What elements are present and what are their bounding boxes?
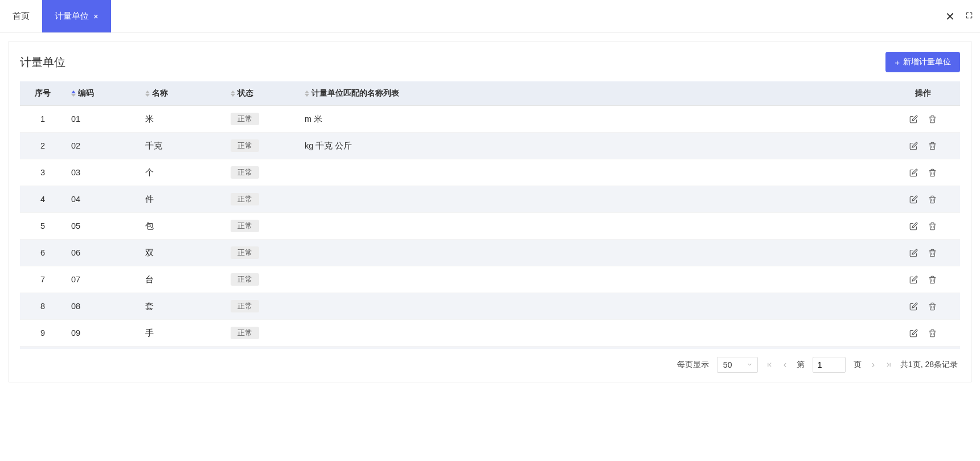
cell-status: 正常 xyxy=(225,159,299,186)
status-badge: 正常 xyxy=(231,166,259,179)
pagination: 每页显示 50 第 页 共1页, 28条记录 xyxy=(20,349,960,376)
status-badge: 正常 xyxy=(231,246,259,259)
cell-match xyxy=(299,159,886,186)
cell-match xyxy=(299,266,886,293)
delete-icon[interactable] xyxy=(928,302,937,311)
delete-icon[interactable] xyxy=(928,249,937,257)
cell-ops xyxy=(886,266,960,293)
cell-index: 3 xyxy=(20,159,65,186)
th-status[interactable]: 状态 xyxy=(225,81,299,106)
th-match-label: 计量单位匹配的名称列表 xyxy=(311,88,399,97)
edit-icon[interactable] xyxy=(909,302,918,311)
cell-code: 07 xyxy=(65,266,140,293)
th-code-label: 编码 xyxy=(78,88,94,97)
cell-ops xyxy=(886,186,960,213)
cell-status: 正常 xyxy=(225,106,299,133)
delete-icon[interactable] xyxy=(928,142,937,150)
table-row: 909手正常 xyxy=(20,320,960,347)
content-wrap: 计量单位 + 新增计量单位 序号 编码 名称 状态 xyxy=(0,33,980,390)
close-icon[interactable]: × xyxy=(93,11,99,21)
th-code[interactable]: 编码 xyxy=(65,81,140,106)
cell-ops xyxy=(886,347,960,349)
cell-ops xyxy=(886,320,960,347)
edit-icon[interactable] xyxy=(909,249,918,257)
cell-ops xyxy=(886,106,960,133)
cell-ops xyxy=(886,240,960,266)
cell-name: 台 xyxy=(140,266,225,293)
cell-name: 条 xyxy=(140,347,225,349)
next-page-button[interactable] xyxy=(870,361,877,369)
status-badge: 正常 xyxy=(231,113,259,125)
page-suffix: 页 xyxy=(854,360,862,370)
cell-index: 4 xyxy=(20,186,65,213)
close-all-icon[interactable]: ✕ xyxy=(945,10,955,23)
table-row: 202千克正常kg 千克 公斤 xyxy=(20,133,960,159)
cell-name: 包 xyxy=(140,213,225,240)
edit-icon[interactable] xyxy=(909,222,918,230)
cell-name: 双 xyxy=(140,240,225,266)
delete-icon[interactable] xyxy=(928,115,937,124)
cell-status: 正常 xyxy=(225,186,299,213)
chevron-down-icon xyxy=(747,360,753,369)
sort-icon xyxy=(305,90,309,97)
table-scroll[interactable]: 序号 编码 名称 状态 计量单位匹配的名称列表 操作 101米正常m 米202千… xyxy=(20,81,960,349)
cell-code: 06 xyxy=(65,240,140,266)
tab-home[interactable]: 首页 xyxy=(0,0,42,32)
delete-icon[interactable] xyxy=(928,222,937,230)
status-badge: 正常 xyxy=(231,220,259,232)
cell-name: 米 xyxy=(140,106,225,133)
cell-index: 7 xyxy=(20,266,65,293)
status-badge: 正常 xyxy=(231,273,259,286)
edit-icon[interactable] xyxy=(909,142,918,150)
th-name[interactable]: 名称 xyxy=(140,81,225,106)
edit-icon[interactable] xyxy=(909,195,918,204)
cell-match: m 米 xyxy=(299,106,886,133)
tabs-bar: 首页 计量单位 × ✕ xyxy=(0,0,980,33)
edit-icon[interactable] xyxy=(909,168,918,177)
th-ops-label: 操作 xyxy=(915,88,931,97)
delete-icon[interactable] xyxy=(928,329,937,337)
edit-icon[interactable] xyxy=(909,275,918,284)
cell-code: 04 xyxy=(65,186,140,213)
last-page-button[interactable] xyxy=(885,361,892,369)
cell-code: 03 xyxy=(65,159,140,186)
cell-name: 个 xyxy=(140,159,225,186)
status-badge: 正常 xyxy=(231,139,259,152)
status-badge: 正常 xyxy=(231,193,259,205)
delete-icon[interactable] xyxy=(928,195,937,204)
th-index-label: 序号 xyxy=(35,88,51,97)
sort-icon xyxy=(231,90,235,97)
panel-header: 计量单位 + 新增计量单位 xyxy=(20,52,960,72)
cell-code: 01 xyxy=(65,106,140,133)
edit-icon[interactable] xyxy=(909,329,918,337)
table-row: 303个正常 xyxy=(20,159,960,186)
cell-ops xyxy=(886,133,960,159)
tab-active[interactable]: 计量单位 × xyxy=(42,0,111,32)
table-container: 序号 编码 名称 状态 计量单位匹配的名称列表 操作 101米正常m 米202千… xyxy=(20,81,960,349)
status-badge: 正常 xyxy=(231,300,259,312)
page-input[interactable] xyxy=(813,357,846,373)
table-row: 707台正常 xyxy=(20,266,960,293)
add-unit-button[interactable]: + 新增计量单位 xyxy=(885,52,960,72)
cell-match xyxy=(299,347,886,349)
delete-icon[interactable] xyxy=(928,168,937,177)
cell-index: 8 xyxy=(20,293,65,320)
fullscreen-icon[interactable] xyxy=(965,11,973,21)
per-page-select[interactable]: 50 xyxy=(717,357,758,373)
per-page-label: 每页显示 xyxy=(677,360,709,370)
th-match[interactable]: 计量单位匹配的名称列表 xyxy=(299,81,886,106)
per-page-value: 50 xyxy=(723,360,732,369)
table-row: 808套正常 xyxy=(20,293,960,320)
cell-ops xyxy=(886,159,960,186)
pagination-summary: 共1页, 28条记录 xyxy=(900,360,958,370)
add-unit-label: 新增计量单位 xyxy=(903,57,951,67)
edit-icon[interactable] xyxy=(909,115,918,124)
cell-index: 1 xyxy=(20,106,65,133)
plus-icon: + xyxy=(895,57,900,67)
th-status-label: 状态 xyxy=(237,88,253,97)
cell-index: 10 xyxy=(20,347,65,349)
cell-name: 件 xyxy=(140,186,225,213)
delete-icon[interactable] xyxy=(928,275,937,284)
first-page-button[interactable] xyxy=(766,361,773,369)
prev-page-button[interactable] xyxy=(781,361,789,369)
